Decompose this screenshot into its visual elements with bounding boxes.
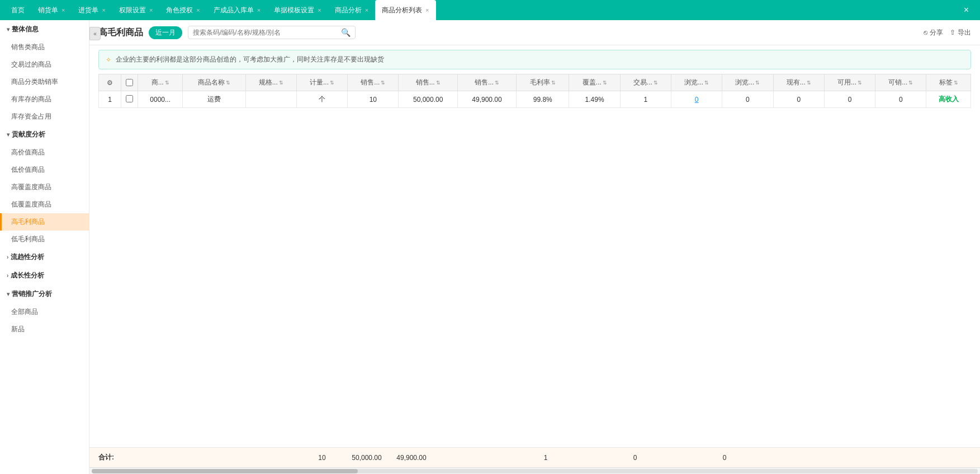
col-checkbox[interactable] bbox=[121, 74, 138, 91]
horizontal-scrollbar[interactable] bbox=[89, 467, 980, 474]
window-close-button[interactable]: × bbox=[957, 5, 976, 15]
sidebar-group-contribution[interactable]: ▾ 贡献度分析 bbox=[0, 125, 89, 144]
col-available-stock[interactable]: 可用...⇅ bbox=[824, 74, 875, 91]
data-table-wrapper: ⚙ 商...⇅ 商品名称⇅ 规 bbox=[89, 74, 980, 447]
col-sellable-stock[interactable]: 可销...⇅ bbox=[875, 74, 926, 91]
close-product-analysis-list[interactable]: × bbox=[425, 7, 429, 13]
sidebar-item-traded-products[interactable]: 交易过的商品 bbox=[0, 56, 89, 73]
col-spec[interactable]: 规格...⇅ bbox=[245, 74, 296, 91]
close-template-settings[interactable]: × bbox=[318, 7, 321, 13]
cell-sales-qty: 10 bbox=[348, 91, 399, 108]
scrollbar-track[interactable] bbox=[92, 469, 978, 473]
scrollbar-thumb[interactable] bbox=[92, 469, 358, 473]
col-view2[interactable]: 浏览...⇅ bbox=[722, 74, 773, 91]
sidebar-item-category-rate[interactable]: 商品分类助销率 bbox=[0, 73, 89, 91]
sort-icon: ⇅ bbox=[704, 80, 709, 86]
sort-icon: ⇅ bbox=[495, 80, 499, 86]
footer-total-row: 合计: 10 50,000.00 49,900.00 1 0 0 bbox=[89, 447, 980, 467]
sort-icon: ⇅ bbox=[165, 80, 169, 86]
footer-sales-amount: 50,000.00 bbox=[344, 454, 389, 462]
sort-icon: ⇅ bbox=[279, 80, 283, 86]
nav-product-inbound[interactable]: 产成品入库单 × bbox=[207, 0, 267, 20]
cell-checkbox[interactable] bbox=[121, 91, 138, 108]
footer-available-stock: 0 bbox=[702, 454, 747, 462]
search-icon[interactable]: 🔍 bbox=[341, 28, 351, 37]
nav-permission-settings[interactable]: 权限设置 × bbox=[112, 0, 159, 20]
nav-role-auth[interactable]: 角色授权 × bbox=[159, 0, 206, 20]
close-purchase-order[interactable]: × bbox=[102, 7, 105, 13]
sidebar-item-high-coverage[interactable]: 高覆盖度商品 bbox=[0, 179, 89, 196]
cell-view2: 0 bbox=[722, 91, 773, 108]
col-unit[interactable]: 计量...⇅ bbox=[296, 74, 347, 91]
col-coverage[interactable]: 覆盖...⇅ bbox=[569, 74, 620, 91]
arrow-right-icon: › bbox=[7, 273, 8, 279]
arrow-icon: ▾ bbox=[7, 291, 10, 297]
col-gross-margin[interactable]: 毛利率⇅ bbox=[517, 74, 569, 91]
col-sales-profit[interactable]: 销售...⇅ bbox=[457, 74, 516, 91]
tip-icon: ✧ bbox=[106, 56, 111, 64]
export-button[interactable]: ⇧ 导出 bbox=[950, 28, 971, 37]
sidebar-item-sales-products[interactable]: 销售类商品 bbox=[0, 39, 89, 56]
sort-icon: ⇅ bbox=[858, 80, 862, 86]
footer-empty-view1 bbox=[568, 454, 613, 462]
sidebar-item-high-value[interactable]: 高价值商品 bbox=[0, 144, 89, 161]
cell-tag: 高收入 bbox=[926, 91, 971, 108]
cell-view1[interactable]: 0 bbox=[671, 91, 722, 108]
sidebar-item-stock-capital[interactable]: 库存资金占用 bbox=[0, 108, 89, 125]
share-button[interactable]: ⎋ 分享 bbox=[924, 28, 943, 37]
sidebar-item-in-stock[interactable]: 有库存的商品 bbox=[0, 91, 89, 108]
close-product-analysis[interactable]: × bbox=[365, 7, 368, 13]
close-role-auth[interactable]: × bbox=[196, 7, 200, 13]
data-table: ⚙ 商...⇅ 商品名称⇅ 规 bbox=[98, 74, 971, 108]
sidebar-group-growth[interactable]: › 成长性分析 bbox=[0, 266, 89, 285]
col-tag[interactable]: 标签⇅ bbox=[926, 74, 971, 91]
sidebar-item-all-products[interactable]: 全部商品 bbox=[0, 303, 89, 321]
sidebar-group-trend[interactable]: › 流趋性分析 bbox=[0, 248, 89, 266]
col-current-stock[interactable]: 现有...⇅ bbox=[773, 74, 824, 91]
col-settings[interactable]: ⚙ bbox=[99, 74, 121, 91]
sort-icon: ⇅ bbox=[755, 80, 760, 86]
close-sales-order[interactable]: × bbox=[61, 7, 65, 13]
filter-period-button[interactable]: 近一月 bbox=[149, 26, 182, 39]
close-product-inbound[interactable]: × bbox=[257, 7, 261, 13]
col-name[interactable]: 商品名称⇅ bbox=[183, 74, 245, 91]
col-code[interactable]: 商...⇅ bbox=[138, 74, 183, 91]
nav-product-analysis-list[interactable]: 商品分析列表 × bbox=[375, 0, 435, 20]
sidebar-group-overall[interactable]: ▾ 整体信息 bbox=[0, 20, 89, 39]
arrow-icon: ▾ bbox=[7, 132, 10, 138]
sort-icon: ⇅ bbox=[330, 80, 334, 86]
col-sales-amount[interactable]: 销售...⇅ bbox=[399, 74, 457, 91]
sort-icon: ⇅ bbox=[603, 80, 607, 86]
nav-home[interactable]: 首页 bbox=[4, 0, 31, 20]
sidebar-item-high-margin[interactable]: 高毛利商品 bbox=[0, 213, 89, 231]
export-icon: ⇧ bbox=[950, 29, 955, 36]
col-transaction[interactable]: 交易...⇅ bbox=[620, 74, 671, 91]
sidebar-item-low-coverage[interactable]: 低覆盖度商品 bbox=[0, 196, 89, 213]
col-view1[interactable]: 浏览...⇅ bbox=[671, 74, 722, 91]
content-area: 高毛利商品 近一月 🔍 ⎋ 分享 ⇧ 导出 bbox=[89, 20, 980, 474]
sidebar-collapse-button[interactable]: « bbox=[89, 27, 101, 40]
select-all-checkbox[interactable] bbox=[126, 79, 133, 86]
sidebar-item-low-value[interactable]: 低价值商品 bbox=[0, 161, 89, 179]
sidebar-item-new-products[interactable]: 新品 bbox=[0, 321, 89, 338]
nav-product-analysis[interactable]: 商品分析 × bbox=[328, 0, 375, 20]
footer-empty-margin bbox=[434, 454, 479, 462]
cell-sales-profit: 49,900.00 bbox=[457, 91, 516, 108]
footer-sales-profit: 49,900.00 bbox=[389, 454, 434, 462]
nav-purchase-order[interactable]: 进货单 × bbox=[72, 0, 112, 20]
close-permission-settings[interactable]: × bbox=[149, 7, 153, 13]
sidebar-group-marketing[interactable]: ▾ 营销推广分析 bbox=[0, 285, 89, 303]
view1-link[interactable]: 0 bbox=[695, 96, 699, 104]
col-sales-qty[interactable]: 销售...⇅ bbox=[348, 74, 399, 91]
row-checkbox[interactable] bbox=[126, 95, 133, 102]
sidebar-item-low-margin[interactable]: 低毛利商品 bbox=[0, 231, 89, 248]
cell-transaction: 1 bbox=[620, 91, 671, 108]
nav-template-settings[interactable]: 单据模板设置 × bbox=[267, 0, 328, 20]
sort-icon: ⇅ bbox=[807, 80, 811, 86]
cell-spec bbox=[245, 91, 296, 108]
cell-sellable-stock: 0 bbox=[875, 91, 926, 108]
search-input[interactable] bbox=[193, 29, 341, 36]
footer-cell-empty2 bbox=[165, 454, 210, 462]
nav-sales-order[interactable]: 销货单 × bbox=[31, 0, 72, 20]
sort-icon: ⇅ bbox=[226, 80, 230, 86]
